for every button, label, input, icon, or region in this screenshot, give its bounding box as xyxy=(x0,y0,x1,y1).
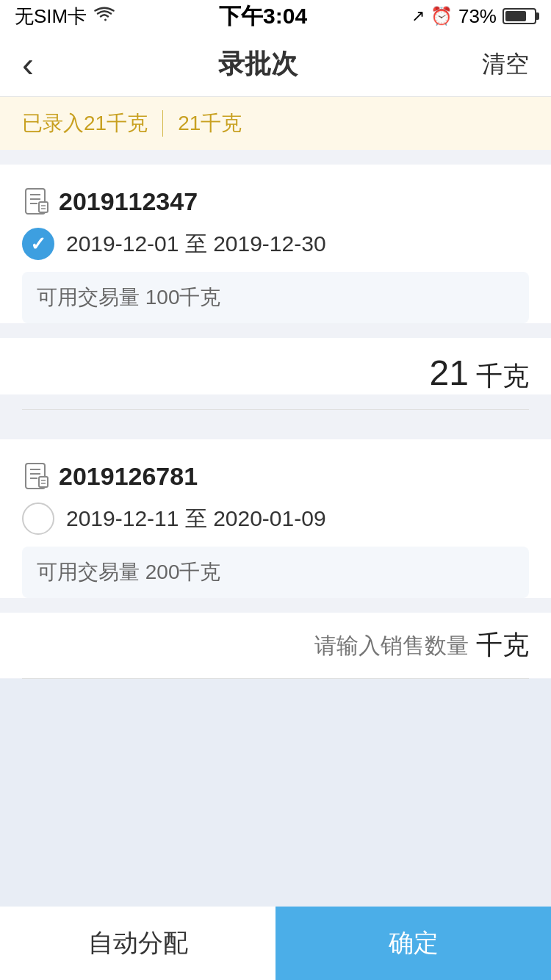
location-icon: ↗ xyxy=(411,7,425,26)
clear-button[interactable]: 清空 xyxy=(482,48,529,81)
batch1-radio[interactable] xyxy=(22,228,54,260)
wifi-icon xyxy=(94,5,115,28)
summary-value: 21千克 xyxy=(178,109,242,137)
batch1-amount-row: 21 千克 xyxy=(0,338,551,394)
page-title: 录批次 xyxy=(218,46,298,82)
summary-label: 已录入21千克 xyxy=(22,109,148,137)
batch2-qty-input[interactable] xyxy=(22,633,469,658)
batch1-avail: 可用交易量 100千克 xyxy=(22,272,529,323)
batch2-radio[interactable] xyxy=(22,502,54,535)
bottom-bar: 自动分配 确定 xyxy=(0,907,551,980)
status-bar: 无SIM卡 下午3:04 ↗ ⏰ 73% xyxy=(0,0,551,32)
batch1-header: 2019112347 xyxy=(22,187,529,216)
nav-bar: ‹ 录批次 清空 xyxy=(0,32,551,97)
batch2-id: 2019126781 xyxy=(59,462,198,491)
batch1-card: 2019112347 2019-12-01 至 2019-12-30 可用交易量… xyxy=(0,165,551,323)
batch2-header: 2019126781 xyxy=(22,461,529,491)
battery-icon xyxy=(503,8,536,24)
status-right: ↗ ⏰ 73% xyxy=(411,5,536,28)
batch2-card: 2019126781 2019-12-11 至 2020-01-09 可用交易量… xyxy=(0,439,551,598)
batch2-date-range: 2019-12-11 至 2020-01-09 xyxy=(66,504,326,534)
alarm-icon: ⏰ xyxy=(431,6,453,26)
batch1-id: 2019112347 xyxy=(59,187,198,216)
back-button[interactable]: ‹ xyxy=(22,44,34,84)
batch2-radio-row: 2019-12-11 至 2020-01-09 xyxy=(22,502,529,535)
section-gap-1 xyxy=(0,410,551,425)
batch2-doc-icon xyxy=(22,461,51,491)
batch2-qty-unit: 千克 xyxy=(476,627,529,663)
batch1-date-range: 2019-12-01 至 2019-12-30 xyxy=(66,229,326,259)
batch1-amount-value: 21 xyxy=(430,353,469,393)
auto-distribute-button[interactable]: 自动分配 xyxy=(0,907,276,980)
confirm-button[interactable]: 确定 xyxy=(276,907,551,980)
batch2-input-row: 千克 xyxy=(0,613,551,678)
status-time: 下午3:04 xyxy=(219,1,307,32)
summary-divider xyxy=(162,110,163,137)
batch1-radio-row: 2019-12-01 至 2019-12-30 xyxy=(22,228,529,260)
batch1-doc-icon xyxy=(22,187,51,216)
carrier-text: 无SIM卡 xyxy=(15,4,87,29)
batch1-amount-unit: 千克 xyxy=(476,359,529,394)
svg-rect-11 xyxy=(39,477,48,487)
summary-bar: 已录入21千克 21千克 xyxy=(0,97,551,150)
svg-rect-4 xyxy=(39,202,48,212)
battery-text: 73% xyxy=(458,5,497,28)
batch2-avail: 可用交易量 200千克 xyxy=(22,547,529,598)
status-carrier: 无SIM卡 xyxy=(15,4,115,29)
